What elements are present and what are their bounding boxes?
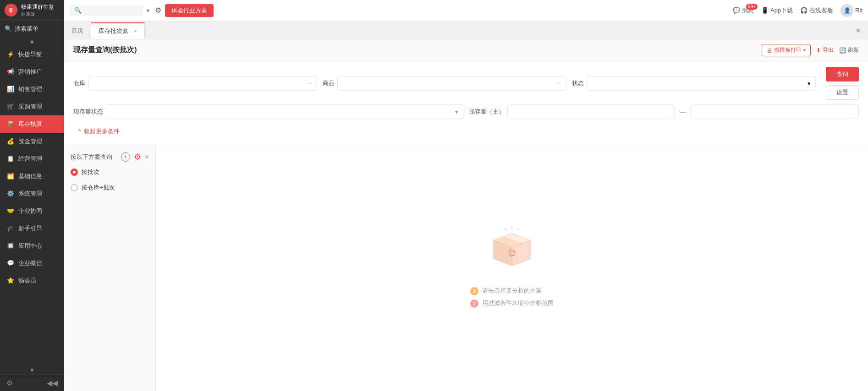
topbar-dropdown-btn[interactable]: ▾: [147, 7, 149, 14]
filter-row-2: 现存量状态 ▾ 现存量（主） —: [73, 104, 859, 119]
sidebar-item-quick-nav[interactable]: ⚡ 快捷导航: [0, 46, 64, 63]
sidebar-item-cooperation[interactable]: 🤝 企业协同: [0, 202, 64, 220]
template-print-btn[interactable]: 🖨 按模板打印 ▾: [762, 44, 811, 56]
search-icon: 🔍: [5, 25, 12, 32]
sidebar-search[interactable]: 🔍 搜索菜单: [0, 21, 64, 37]
status-dropdown-arrow[interactable]: ▾: [808, 80, 811, 87]
page-title: 现存量查询(按批次): [73, 45, 137, 55]
sidebar-collapse-icon[interactable]: ◀◀: [47, 379, 58, 387]
sidebar-item-marketing[interactable]: 📢 营销推广: [0, 63, 64, 81]
refresh-btn[interactable]: 🔄 刷新: [839, 46, 859, 54]
sidebar-settings-icon[interactable]: ⚙: [6, 379, 13, 387]
tabs-bar: 首页 库存批次账 × ×: [64, 21, 868, 39]
goods-input-box[interactable]: ···: [337, 76, 566, 91]
tip-item-1: 1 请先选择要分析的方案: [470, 287, 554, 295]
sidebar-nav: ⚡ 快捷导航 📢 营销推广 📊 销售管理 🛒 采购管理 📦 库存核算 💰 资金管…: [0, 46, 64, 365]
status-filter: 状态 ▾: [572, 76, 816, 91]
scheme-radio-by-warehouse-batch: [71, 184, 78, 191]
sidebar-item-basic[interactable]: 🗂️ 基础信息: [0, 168, 64, 185]
scheme-item-by-warehouse-batch[interactable]: 按仓库+批次: [64, 180, 155, 196]
topbar: 🔍 ▾ ⚙ 体验行业方案 💬 消息 99+ 📱 App下载 🎧 在线客服: [64, 0, 868, 21]
scheme-settings-icon: ⚙: [134, 152, 141, 162]
topbar-search-box[interactable]: 🔍: [70, 5, 143, 16]
page-header-actions: 🖨 按模板打印 ▾ ⬆ 导出 🔄 刷新: [762, 44, 859, 56]
sidebar: 6 畅康通好生意 标准版 🔍 搜索菜单 ▲ ⚡ 快捷导航 📢 营销推广 📊 销售…: [0, 0, 64, 391]
left-panel-collapse-btn[interactable]: «: [145, 152, 149, 162]
topbar-left: 🔍 ▾ ⚙ 体验行业方案: [70, 4, 728, 17]
sidebar-item-purchase[interactable]: 🛒 采购管理: [0, 98, 64, 115]
warehouse-more-icon[interactable]: ···: [308, 80, 312, 87]
stock-status-dropdown-arrow[interactable]: ▾: [455, 109, 458, 115]
guide-icon: 🎓: [6, 224, 15, 233]
scheme-radio-by-batch: [71, 168, 78, 176]
marketing-icon: 📢: [6, 68, 15, 76]
wechat-icon: 💬: [6, 259, 15, 267]
tip-num-2: 2: [470, 299, 478, 308]
experience-btn[interactable]: 体验行业方案: [165, 4, 214, 17]
add-scheme-btn[interactable]: +: [121, 152, 130, 162]
sidebar-item-inventory[interactable]: 📦 库存核算: [0, 115, 64, 133]
warehouse-input-box[interactable]: ···: [88, 76, 317, 91]
cooperation-icon: 🤝: [6, 207, 15, 215]
sidebar-item-operation[interactable]: 📋 经营管理: [0, 150, 64, 168]
sidebar-logo: 6 畅康通好生意 标准版: [0, 0, 64, 21]
export-btn[interactable]: ⬆ 导出: [816, 46, 834, 54]
operation-icon: 📋: [6, 155, 15, 163]
goods-input[interactable]: [342, 80, 557, 87]
panel-close-btn[interactable]: ×: [848, 22, 868, 39]
topbar-search-icon: 🔍: [74, 7, 82, 14]
topbar-search-input[interactable]: [84, 7, 121, 14]
topbar-gear-icon[interactable]: ⚙: [155, 6, 161, 15]
goods-more-icon[interactable]: ···: [557, 80, 561, 87]
finance-icon: 💰: [6, 137, 15, 146]
message-badge: 99+: [746, 4, 758, 10]
scheme-settings-btn[interactable]: ⚙: [133, 152, 142, 162]
svg-point-7: [513, 250, 515, 252]
scheme-item-by-batch[interactable]: 按批次: [64, 164, 155, 180]
print-dropdown-arrow[interactable]: ▾: [803, 48, 806, 53]
stock-qty-to[interactable]: [697, 109, 854, 115]
tab-inventory-batch[interactable]: 库存批次账 ×: [91, 22, 145, 39]
stock-qty-from[interactable]: [512, 109, 670, 115]
user-avatar-item[interactable]: 👤 Rit: [841, 4, 863, 17]
collapse-more-btn[interactable]: ⌃ 收起更多条件: [73, 124, 123, 139]
logo-text: 畅康通好生意 标准版: [21, 4, 54, 17]
settings-btn[interactable]: 设置: [826, 85, 859, 100]
stock-status-select[interactable]: ▾: [106, 104, 463, 119]
page-header: 现存量查询(按批次) 🖨 按模板打印 ▾ ⬆ 导出 🔄 刷新: [64, 39, 868, 61]
app-download-item[interactable]: 📱 App下载: [761, 6, 793, 15]
refresh-icon: 🔄: [839, 47, 846, 54]
stock-qty-from-input[interactable]: [507, 104, 675, 119]
svg-point-6: [509, 250, 511, 252]
stock-qty-to-input[interactable]: [692, 104, 859, 119]
sales-icon: 📊: [6, 85, 15, 93]
apps-icon: 🔲: [6, 242, 15, 250]
warehouse-filter: 仓库 ···: [73, 76, 317, 91]
online-service-item[interactable]: 🎧 在线客服: [800, 6, 833, 15]
sidebar-item-member[interactable]: ⭐ 畅会员: [0, 272, 64, 289]
export-icon: ⬆: [816, 47, 821, 54]
sidebar-item-wechat[interactable]: 💬 企业微信: [0, 255, 64, 272]
left-panel-actions: + ⚙ «: [121, 152, 149, 162]
query-btn[interactable]: 查询: [826, 67, 859, 81]
right-content: 1 请先选择要分析的方案 2 用过滤条件来缩小分析范围: [156, 145, 868, 391]
empty-illustration: [484, 224, 539, 279]
sidebar-item-apps[interactable]: 🔲 应用中心: [0, 237, 64, 255]
stock-status-filter: 现存量状态 ▾: [73, 104, 463, 119]
purchase-icon: 🛒: [6, 103, 15, 111]
tab-home[interactable]: 首页: [64, 22, 91, 39]
empty-tips: 1 请先选择要分析的方案 2 用过滤条件来缩小分析范围: [470, 287, 554, 308]
headset-icon: 🎧: [800, 7, 808, 14]
tab-close-btn[interactable]: ×: [134, 28, 137, 34]
sidebar-item-sales[interactable]: 📊 销售管理: [0, 81, 64, 98]
warehouse-input[interactable]: [93, 80, 308, 87]
phone-icon: 📱: [761, 7, 769, 14]
status-select[interactable]: ▾: [587, 76, 816, 91]
sidebar-scroll-up[interactable]: ▲: [0, 37, 64, 46]
sidebar-item-guide[interactable]: 🎓 新手引导: [0, 220, 64, 237]
sidebar-item-finance[interactable]: 💰 资金管理: [0, 133, 64, 150]
messages-item[interactable]: 💬 消息 99+: [733, 6, 754, 15]
sidebar-scroll-down[interactable]: ▼: [0, 365, 64, 375]
sidebar-item-system[interactable]: ⚙️ 系统管理: [0, 185, 64, 202]
filter-row-1: 仓库 ··· 商品 ··· 状态: [73, 67, 859, 100]
